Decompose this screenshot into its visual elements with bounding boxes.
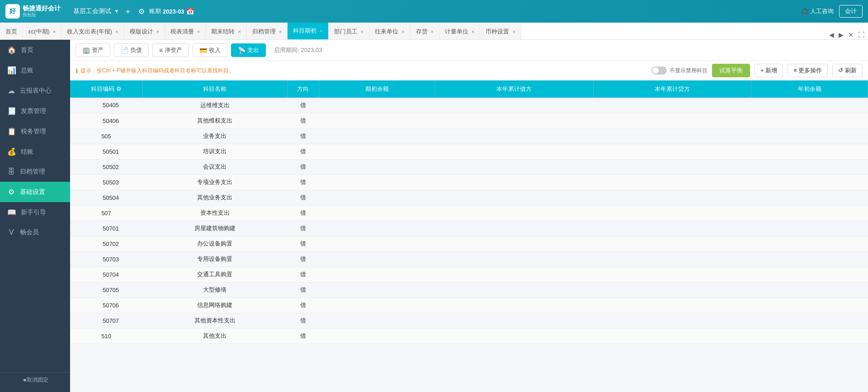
tab-close-6[interactable]: ×: [279, 29, 282, 34]
tab-item-6[interactable]: 归档管理×: [247, 24, 288, 39]
table-row[interactable]: 50704交通工具购置借: [70, 267, 868, 282]
tab-scroll-right[interactable]: ▶: [837, 30, 845, 39]
settings-icon[interactable]: ⚙: [137, 7, 146, 16]
table-row[interactable]: 50501培训支出借: [70, 144, 868, 159]
tab-item-12[interactable]: 币种设置×: [480, 24, 521, 39]
tab-label-9: 往来单位: [375, 28, 398, 36]
tab-scroll-left[interactable]: ◀: [827, 30, 836, 39]
service-btn[interactable]: 🎧 人工咨询: [801, 7, 834, 15]
tab-item-10[interactable]: 存货×: [410, 24, 439, 39]
hint-text: 提示：按Ctrl + F键并输入科目编码或者科目名称可以查找科目。: [80, 67, 234, 75]
sub-tab-label-2: 净资产: [165, 46, 182, 54]
cell-code-9: 50702: [70, 236, 142, 251]
logo-icon: 好: [5, 4, 20, 19]
new-btn[interactable]: + 新增: [755, 64, 783, 77]
cell-code-11: 50704: [70, 267, 142, 282]
cell-direction-3: 借: [287, 144, 319, 159]
sidebar-item-4[interactable]: 📋 税务管理: [0, 121, 70, 142]
table-row[interactable]: 50707其他资本性支出借: [70, 313, 868, 328]
sidebar-icon-7: ⚙: [7, 188, 15, 196]
tab-close-8[interactable]: ×: [361, 29, 363, 34]
tab-item-9[interactable]: 往来单位×: [369, 24, 410, 39]
tab-item-3[interactable]: 模版设计×: [124, 24, 165, 39]
table-row[interactable]: 50502会议支出借: [70, 159, 868, 175]
tab-item-0[interactable]: 首页: [0, 24, 23, 39]
sub-tab-4[interactable]: 📡支出: [231, 43, 266, 57]
tab-close-2[interactable]: ×: [115, 29, 118, 34]
tab-close-7[interactable]: ×: [320, 28, 322, 33]
sidebar-pin-btn[interactable]: ◄取消固定: [0, 372, 70, 387]
table-row[interactable]: 507资本性支出借: [70, 205, 868, 221]
sub-tab-1[interactable]: 📄负债: [114, 43, 149, 57]
sidebar-item-6[interactable]: 🗄 归档管理: [0, 162, 70, 182]
cell-code-15: 510: [70, 328, 142, 344]
cell-name-8: 房屋建筑物购建: [142, 221, 287, 236]
cell-direction-14: 借: [287, 313, 319, 328]
tab-item-7[interactable]: 科目期初×: [288, 23, 328, 39]
tab-item-2[interactable]: 收入支出表(年报)×: [61, 24, 124, 39]
cell-year_debit-3: [435, 144, 594, 159]
table-row[interactable]: 505业务支出借: [70, 128, 868, 144]
sidebar-item-7[interactable]: ⚙ 基础设置: [0, 182, 70, 202]
toggle-switch[interactable]: [651, 66, 667, 75]
toggle-wrap[interactable]: 不显示禁用科目: [651, 66, 708, 75]
calendar-icon[interactable]: 📅: [186, 8, 194, 15]
cell-year_credit-5: [593, 175, 751, 190]
cell-year_debit-10: [435, 251, 594, 267]
sidebar-label-0: 首页: [21, 46, 33, 54]
tab-close-5[interactable]: ×: [238, 29, 241, 34]
tab-item-11[interactable]: 计量单位×: [439, 24, 480, 39]
tab-close-3[interactable]: ×: [156, 29, 159, 34]
sidebar-item-8[interactable]: 📖 新手引导: [0, 202, 70, 222]
logo-text-wrap: 畅捷通好会计 旗舰版: [23, 5, 61, 19]
account-btn[interactable]: 会计: [839, 5, 863, 18]
table-row[interactable]: 50703专用设备购置借: [70, 251, 868, 267]
sidebar-label-3: 发票管理: [21, 107, 46, 115]
cell-year_opening-0: [751, 98, 868, 113]
tab-close-9[interactable]: ×: [401, 29, 404, 34]
table-row[interactable]: 50701房屋建筑物购建借: [70, 221, 868, 236]
cell-direction-1: 借: [287, 113, 319, 128]
sidebar-item-9[interactable]: V 畅会员: [0, 222, 70, 242]
tab-nav-btns: ◀ ▶ ✕ ⛶: [827, 30, 868, 39]
company-dropdown-arrow[interactable]: ▼: [114, 8, 119, 14]
cell-name-0: 运维维支出: [142, 98, 287, 113]
tab-close-1[interactable]: ×: [53, 29, 56, 34]
tab-item-1[interactable]: εc(中期)×: [23, 24, 61, 39]
sub-tab-2[interactable]: ≡净资产: [152, 43, 189, 57]
table-row[interactable]: 50405运维维支出借: [70, 98, 868, 113]
sidebar-item-0[interactable]: 🏠 首页: [0, 40, 70, 60]
tab-close-10[interactable]: ×: [431, 29, 434, 34]
add-company-btn[interactable]: ＋: [122, 6, 134, 17]
sidebar-item-1[interactable]: 📊 总账: [0, 60, 70, 80]
table-row[interactable]: 50504其他业务支出借: [70, 190, 868, 205]
sub-tab-0[interactable]: 🏢资产: [75, 43, 110, 57]
pin-label: ◄取消固定: [22, 376, 49, 384]
sidebar-item-2[interactable]: ☁ 云报表中心: [0, 80, 70, 101]
table-row[interactable]: 50706信息网络购建借: [70, 298, 868, 313]
tab-close-11[interactable]: ×: [472, 29, 474, 34]
tab-item-4[interactable]: 税表清册×: [165, 24, 206, 39]
tab-item-5[interactable]: 期末结转×: [206, 24, 246, 39]
sidebar-item-3[interactable]: 🧾 发票管理: [0, 101, 70, 121]
sidebar-label-6: 归档管理: [20, 168, 45, 176]
tab-maximize[interactable]: ⛶: [856, 30, 866, 39]
table-row[interactable]: 50406其他维权支出借: [70, 113, 868, 128]
tab-item-8[interactable]: 部门员工×: [329, 24, 369, 39]
sidebar-item-5[interactable]: 💰 结账: [0, 142, 70, 162]
tab-close-all[interactable]: ✕: [846, 30, 855, 39]
table-row[interactable]: 50705大型修缮借: [70, 282, 868, 298]
more-btn[interactable]: ≡ 更多操作: [788, 64, 828, 77]
cell-year_opening-10: [751, 251, 868, 267]
company-selector[interactable]: 基层工会测试 ▼ ＋ ⚙ 账期 2023-03 📅: [73, 6, 797, 17]
refresh-btn[interactable]: ↺ 刷新: [832, 64, 863, 77]
tab-close-4[interactable]: ×: [197, 29, 200, 34]
calc-btn[interactable]: 试算平衡: [712, 64, 750, 77]
tab-close-12[interactable]: ×: [512, 29, 515, 34]
cell-year_credit-9: [593, 236, 751, 251]
table-row[interactable]: 50503专项业务支出借: [70, 175, 868, 190]
table-row[interactable]: 510其他支出借: [70, 328, 868, 344]
sub-tab-3[interactable]: 💳收入: [193, 43, 227, 57]
sidebar-label-7: 基础设置: [20, 188, 45, 196]
table-row[interactable]: 50702办公设备购置借: [70, 236, 868, 251]
